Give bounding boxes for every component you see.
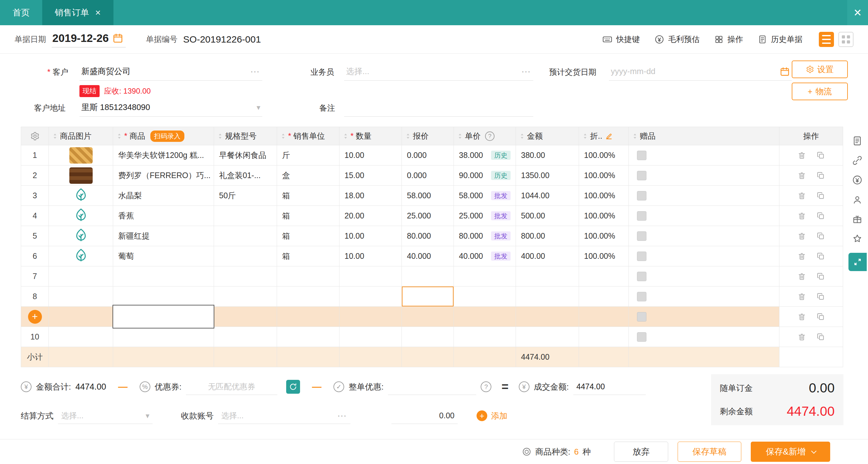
copy-row-button[interactable]: [816, 171, 825, 180]
unit-cell[interactable]: 箱: [277, 246, 339, 266]
copy-row-button[interactable]: [816, 333, 825, 341]
copy-row-button[interactable]: [816, 212, 825, 220]
discount-cell[interactable]: 100.00%: [579, 226, 629, 246]
gift-checkbox[interactable]: [637, 151, 646, 160]
gift-checkbox[interactable]: [637, 231, 646, 241]
price-cell[interactable]: 25.000批发: [454, 206, 516, 226]
doc-date-field[interactable]: 2019-12-26: [52, 31, 126, 48]
save-and-new-button[interactable]: 保存&新增: [751, 442, 830, 462]
quote-cell[interactable]: [402, 266, 454, 286]
price-cell[interactable]: [454, 327, 516, 347]
calendar-icon[interactable]: [113, 33, 123, 43]
gift-checkbox[interactable]: [637, 292, 646, 301]
product-name-cell[interactable]: 水晶梨: [113, 186, 214, 206]
discount-cell[interactable]: [579, 266, 629, 286]
price-help-icon[interactable]: ?: [485, 131, 495, 141]
product-image-cell[interactable]: [49, 165, 113, 186]
amount-cell[interactable]: 800.00: [516, 226, 579, 246]
save-draft-button[interactable]: 保存草稿: [678, 442, 741, 462]
product-image-cell[interactable]: [49, 307, 113, 327]
unit-cell[interactable]: [277, 307, 339, 327]
column-header-gift[interactable]: 赠品: [629, 127, 779, 145]
delivery-date-field[interactable]: yyyy-mm-dd: [609, 62, 792, 81]
discount-cell[interactable]: 100.00%: [579, 186, 629, 206]
quote-cell[interactable]: 25.000: [402, 206, 454, 226]
column-header-name[interactable]: 商品扫码录入: [113, 127, 214, 145]
price-cell[interactable]: 40.000批发: [454, 246, 516, 266]
list-view-toggle[interactable]: [819, 32, 834, 47]
delete-row-button[interactable]: [797, 171, 806, 180]
quote-cell[interactable]: 58.000: [402, 186, 454, 206]
gift-checkbox[interactable]: [637, 312, 646, 321]
product-name-cell[interactable]: [113, 307, 214, 327]
copy-row-button[interactable]: [816, 272, 825, 281]
tab-sales-order[interactable]: 销售订单 ×: [42, 0, 114, 25]
spec-cell[interactable]: [214, 206, 277, 226]
copy-row-button[interactable]: [816, 191, 825, 200]
quote-cell[interactable]: 0.000: [402, 165, 454, 186]
price-cell[interactable]: 90.000历史: [454, 165, 516, 186]
qty-cell[interactable]: [339, 286, 402, 307]
gift-checkbox[interactable]: [637, 272, 646, 281]
price-cell[interactable]: 38.000历史: [454, 145, 516, 165]
spec-cell[interactable]: [214, 226, 277, 246]
calendar-icon[interactable]: [780, 66, 790, 76]
gift-checkbox[interactable]: [637, 171, 646, 180]
sort-icon[interactable]: [218, 133, 222, 140]
gift-checkbox[interactable]: [637, 191, 646, 200]
amount-cell[interactable]: 1044.00: [516, 186, 579, 206]
rail-order-icon[interactable]: [852, 135, 863, 146]
sort-icon[interactable]: [520, 133, 524, 140]
price-cell[interactable]: [454, 286, 516, 307]
amount-cell[interactable]: [516, 307, 579, 327]
sort-icon[interactable]: [583, 133, 588, 140]
product-image[interactable]: [69, 167, 93, 184]
qty-cell[interactable]: 10.00: [339, 246, 402, 266]
qty-cell[interactable]: 15.00: [339, 165, 402, 186]
copy-row-button[interactable]: [816, 292, 825, 301]
unit-cell[interactable]: 箱: [277, 186, 339, 206]
grid-view-toggle[interactable]: [838, 32, 854, 47]
quote-cell[interactable]: 40.000: [402, 246, 454, 266]
unit-cell[interactable]: [277, 266, 339, 286]
amount-cell[interactable]: 400.00: [516, 246, 579, 266]
delete-row-button[interactable]: [797, 212, 806, 220]
add-row-button[interactable]: +: [28, 310, 42, 324]
shortcut-keys-button[interactable]: 快捷键: [602, 34, 640, 44]
qty-cell[interactable]: 10.00: [339, 145, 402, 165]
column-header-spec[interactable]: 规格型号: [214, 127, 277, 145]
qty-cell[interactable]: 10.00: [339, 226, 402, 246]
spec-cell[interactable]: 早餐休闲食品: [214, 145, 277, 165]
copy-row-button[interactable]: [816, 151, 825, 160]
price-cell[interactable]: [454, 307, 516, 327]
discount-cell[interactable]: 100.00%: [579, 206, 629, 226]
delete-row-button[interactable]: [797, 292, 806, 301]
table-settings-icon[interactable]: [30, 131, 40, 141]
history-docs-button[interactable]: 历史单据: [758, 34, 802, 44]
unit-cell[interactable]: 盒: [277, 165, 339, 186]
customer-field[interactable]: 新盛商贸公司 ⋯: [80, 62, 262, 81]
product-image-cell[interactable]: [49, 327, 113, 347]
discount-cell[interactable]: [579, 286, 629, 307]
discount-cell[interactable]: [579, 307, 629, 327]
rail-link-icon[interactable]: [852, 155, 863, 166]
refresh-coupon-button[interactable]: [286, 380, 300, 394]
quote-cell[interactable]: [402, 286, 454, 307]
deal-amount-field[interactable]: 4474.00: [573, 378, 646, 395]
column-header-unit[interactable]: 销售单位: [277, 127, 339, 145]
quote-cell[interactable]: [402, 307, 454, 327]
rail-customer-icon[interactable]: [852, 194, 863, 205]
sort-icon[interactable]: [632, 133, 637, 140]
customer-more-icon[interactable]: ⋯: [250, 66, 260, 77]
chevron-down-icon[interactable]: ▾: [256, 103, 260, 112]
account-field[interactable]: 选择... ⋯: [218, 408, 350, 424]
profit-estimate-button[interactable]: 毛利预估: [654, 34, 700, 44]
discount-cell[interactable]: 100.00%: [579, 165, 629, 186]
sort-icon[interactable]: [458, 133, 462, 140]
sort-icon[interactable]: [406, 133, 410, 140]
unit-cell[interactable]: 箱: [277, 226, 339, 246]
quote-cell[interactable]: 0.000: [402, 145, 454, 165]
product-image-cell[interactable]: [49, 186, 113, 206]
quote-cell[interactable]: 80.000: [402, 226, 454, 246]
column-header-quote[interactable]: 报价: [402, 127, 454, 145]
